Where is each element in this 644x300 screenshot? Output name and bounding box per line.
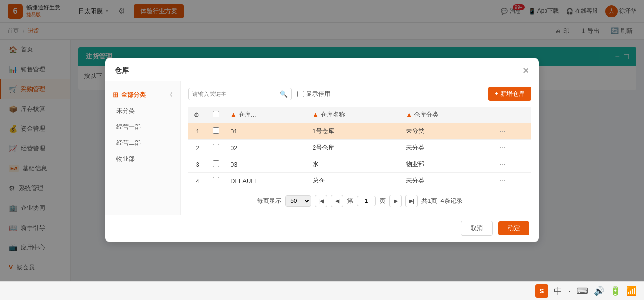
row-code-2: 02	[225, 140, 307, 156]
table-container: ⚙ ▲仓库... ▲仓库名称 ▲仓库分类 1	[188, 107, 531, 189]
page-label: 第	[347, 197, 353, 205]
first-page-button[interactable]: |◀	[315, 195, 327, 207]
row-more-1: ···	[494, 123, 531, 140]
row-more-3: ···	[494, 156, 531, 173]
row-index-3: 3	[188, 156, 207, 173]
row-more-button-3[interactable]: ···	[499, 160, 505, 168]
category-property[interactable]: 物业部	[105, 151, 180, 167]
row-more-button-1[interactable]: ···	[499, 127, 505, 135]
row-code-1: 01	[225, 123, 307, 140]
dialog-header: 仓库 ✕	[105, 58, 539, 81]
row-more-button-2[interactable]: ···	[499, 143, 505, 152]
category-ops2-label: 经营二部	[116, 139, 141, 146]
row-name-3: 水	[307, 156, 400, 173]
per-page-label: 每页显示	[257, 197, 281, 205]
table-body: 1 01 1号仓库 未分类 ··· 2 02 2	[188, 123, 531, 189]
select-all-checkbox[interactable]	[213, 111, 219, 117]
show-disabled-checkbox[interactable]	[297, 91, 304, 97]
th-category: ▲仓库分类	[400, 107, 494, 123]
total-info: 共1页, 4条记录	[421, 197, 462, 205]
gear-icon: ⚙	[194, 111, 199, 118]
sort-icon-name: ▲	[313, 111, 319, 118]
page-number-input[interactable]	[357, 196, 376, 206]
per-page-select[interactable]: 50 100 200	[285, 195, 311, 207]
dialog-body: ⊞ 全部分类 《 未分类 经营一部 经营二部 物业部	[105, 81, 539, 215]
category-unclassified[interactable]: 未分类	[105, 103, 180, 119]
keyboard-icon[interactable]: ⌨	[576, 286, 588, 296]
show-disabled-text: 显示停用	[306, 90, 330, 98]
warehouse-dialog: 仓库 ✕ ⊞ 全部分类 《 未分类 经营一部 经营二部	[105, 58, 539, 242]
search-icon[interactable]: 🔍	[280, 90, 288, 98]
row-code-3: 03	[225, 156, 307, 173]
warehouse-panel: 🔍 显示停用 + 新增仓库 ⚙	[181, 81, 539, 215]
grid-icon: ⊞	[113, 91, 118, 99]
category-unclassified-label: 未分类	[116, 107, 135, 114]
dialog-overlay: 仓库 ✕ ⊞ 全部分类 《 未分类 经营一部 经营二部	[0, 0, 644, 300]
table-row[interactable]: 2 02 2号仓库 未分类 ···	[188, 140, 531, 156]
pagination-row: 每页显示 50 100 200 |◀ ◀ 第 页 ▶ ▶| 共1页, 4条记录	[188, 189, 531, 209]
prev-page-button[interactable]: ◀	[331, 195, 343, 207]
sort-icon: ▲	[231, 111, 237, 118]
table-row[interactable]: 3 03 水 物业部 ···	[188, 156, 531, 173]
search-box: 🔍	[188, 88, 292, 100]
row-checkbox-4	[207, 173, 225, 189]
table-row[interactable]: 4 DEFAULT 总仓 未分类 ···	[188, 173, 531, 189]
category-ops2[interactable]: 经营二部	[105, 135, 180, 151]
category-property-label: 物业部	[116, 155, 135, 162]
row-more-2: ···	[494, 140, 531, 156]
category-ops1[interactable]: 经营一部	[105, 119, 180, 135]
th-checkbox	[207, 107, 225, 123]
last-page-button[interactable]: ▶|	[405, 195, 418, 207]
search-input[interactable]	[192, 91, 280, 97]
row-name-4: 总仓	[307, 173, 400, 189]
table-header: ⚙ ▲仓库... ▲仓库名称 ▲仓库分类	[188, 107, 531, 123]
th-settings: ⚙	[188, 107, 207, 123]
warehouse-table: ⚙ ▲仓库... ▲仓库名称 ▲仓库分类 1	[188, 107, 531, 189]
row-category-1: 未分类	[400, 123, 494, 140]
row-select-3[interactable]	[213, 160, 219, 167]
dots-icon[interactable]: ·	[568, 286, 570, 296]
row-name-2: 2号仓库	[307, 140, 400, 156]
row-index-1: 1	[188, 123, 207, 140]
category-panel: ⊞ 全部分类 《 未分类 经营一部 经营二部 物业部	[105, 81, 181, 215]
row-select-2[interactable]	[213, 144, 219, 150]
dialog-title: 仓库	[115, 66, 129, 75]
zhongwen-icon[interactable]: 中	[554, 285, 562, 297]
row-category-3: 物业部	[400, 156, 494, 173]
s-logo: S	[535, 284, 548, 298]
th-actions	[494, 107, 531, 123]
page-unit: 页	[380, 197, 386, 205]
row-select-1[interactable]	[213, 127, 219, 134]
row-more-button-4[interactable]: ···	[499, 176, 505, 185]
all-categories-item[interactable]: ⊞ 全部分类 《	[105, 87, 180, 103]
all-categories-label: 全部分类	[121, 91, 146, 99]
dialog-footer: 取消 确定	[105, 215, 539, 242]
table-row[interactable]: 1 01 1号仓库 未分类 ···	[188, 123, 531, 140]
row-checkbox-1	[207, 123, 225, 140]
dialog-close-button[interactable]: ✕	[522, 67, 529, 75]
next-page-button[interactable]: ▶	[389, 195, 402, 207]
row-code-4: DEFAULT	[225, 173, 307, 189]
show-disabled-label[interactable]: 显示停用	[297, 90, 330, 98]
wifi-icon[interactable]: 📶	[626, 286, 636, 296]
row-select-4[interactable]	[213, 177, 219, 183]
confirm-button[interactable]: 确定	[498, 221, 529, 235]
row-more-4: ···	[494, 173, 531, 189]
add-warehouse-button[interactable]: + 新增仓库	[488, 87, 531, 101]
row-category-2: 未分类	[400, 140, 494, 156]
row-index-4: 4	[188, 173, 207, 189]
category-ops1-label: 经营一部	[116, 123, 141, 130]
row-checkbox-3	[207, 156, 225, 173]
speaker-icon[interactable]: 🔊	[594, 286, 604, 296]
row-checkbox-2	[207, 140, 225, 156]
th-code: ▲仓库...	[225, 107, 307, 123]
sort-icon-cat: ▲	[406, 111, 412, 118]
row-category-4: 未分类	[400, 173, 494, 189]
battery-icon[interactable]: 🔋	[610, 286, 620, 296]
row-index-2: 2	[188, 140, 207, 156]
th-name: ▲仓库名称	[307, 107, 400, 123]
bottom-bar: S 中 · ⌨ 🔊 🔋 📶	[0, 281, 644, 300]
collapse-button[interactable]: 《	[167, 91, 173, 99]
cancel-button[interactable]: 取消	[461, 221, 493, 236]
row-name-1: 1号仓库	[307, 123, 400, 140]
